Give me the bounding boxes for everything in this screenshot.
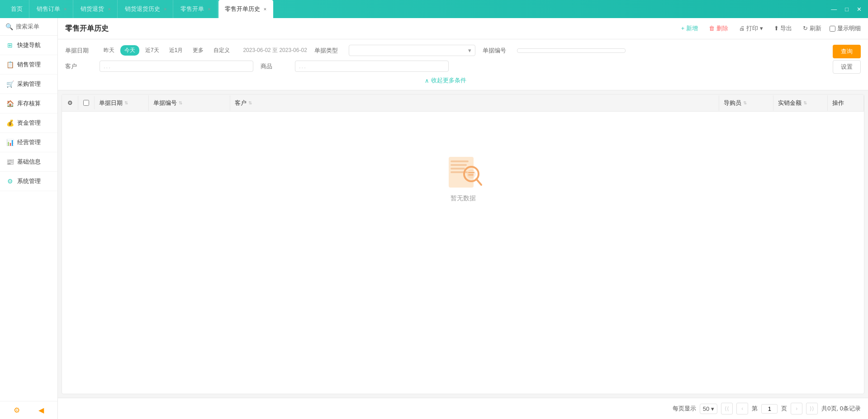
- tab-sales-order-close[interactable]: ×: [64, 6, 66, 12]
- pagination: 每页显示 50 ▾ ⟨⟨ ‹ 第 页 › ⟩⟩ 共0页, 0条记录: [58, 398, 868, 419]
- page-number-input[interactable]: [761, 404, 778, 414]
- collapse-btn[interactable]: ∧ 收起更多条件: [65, 76, 825, 85]
- gear-icon: ⚙: [67, 99, 73, 106]
- tab-retail-open[interactable]: 零售开单 ×: [174, 0, 217, 18]
- last-page-button[interactable]: ⟩⟩: [806, 403, 818, 414]
- svg-point-6: [467, 169, 476, 179]
- add-button[interactable]: + 新增: [678, 23, 701, 34]
- order-no-sort-icon: ⇅: [179, 100, 182, 105]
- sidebar-item-sales-mgmt[interactable]: 📋 销售管理: [0, 55, 57, 75]
- page-size-select[interactable]: 50 ▾: [700, 404, 717, 414]
- customer-label: 客户: [65, 62, 92, 71]
- order-type-chevron-icon: ▾: [468, 47, 471, 54]
- date-range-display: 2023-06-02 至 2023-06-02: [243, 47, 307, 54]
- table-header: ⚙ 单据日期 ⇅ 单据编号 ⇅ 客户 ⇅ 导购员: [62, 94, 864, 112]
- sidebar-item-label: 快捷导航: [17, 41, 41, 49]
- page-of-label: 页: [781, 405, 787, 413]
- tab-sales-return-history-close[interactable]: ×: [164, 6, 166, 12]
- customer-dots: ...: [104, 63, 111, 70]
- tab-retail-open-history-label: 零售开单历史: [225, 5, 260, 13]
- th-date-label: 单据日期: [99, 99, 123, 107]
- next-page-button[interactable]: ›: [791, 403, 802, 414]
- order-type-select[interactable]: ▾: [349, 45, 475, 56]
- tab-sales-order[interactable]: 销售订单 ×: [30, 0, 73, 18]
- sidebar-search[interactable]: 🔍 搜索采单: [0, 18, 57, 36]
- base-info-icon: 📰: [6, 158, 14, 165]
- date-btn-more[interactable]: 更多: [189, 45, 208, 56]
- inventory-icon: 🏠: [6, 100, 14, 107]
- tab-retail-open-history[interactable]: 零售开单历史 ×: [218, 0, 273, 18]
- delete-label: 🗑 删除: [709, 24, 728, 33]
- settings-icon[interactable]: ⚙: [14, 406, 20, 414]
- select-all-checkbox[interactable]: [83, 100, 89, 106]
- tab-retail-open-history-close[interactable]: ×: [264, 6, 266, 12]
- sidebar-item-label: 库存核算: [17, 99, 41, 108]
- th-amount[interactable]: 实销金额 ⇅: [773, 95, 828, 111]
- th-guide[interactable]: 导购员 ⇅: [719, 95, 773, 111]
- max-btn[interactable]: □: [843, 5, 850, 14]
- query-settings-group: 查询 设置: [833, 45, 861, 74]
- tab-retail-open-label: 零售开单: [180, 5, 204, 13]
- th-customer[interactable]: 客户 ⇅: [230, 95, 719, 111]
- product-input[interactable]: ...: [295, 61, 449, 72]
- top-bar: 首页 销售订单 × 销货退货 × 销货退货历史 × 零售开单 × 零售开单历史 …: [0, 0, 868, 18]
- th-check[interactable]: [78, 96, 95, 109]
- export-button[interactable]: ⬆ 导出: [771, 23, 795, 34]
- chevron-up-icon: ∧: [425, 77, 429, 84]
- sidebar-menu: ⊞ 快捷导航 📋 销售管理 🛒 采购管理 🏠 库存核算 💰 资金管理 📊: [0, 36, 57, 401]
- th-gear[interactable]: ⚙: [62, 96, 78, 110]
- svg-rect-3: [451, 168, 465, 169]
- print-button[interactable]: 🖨 打印 ▾: [736, 23, 766, 34]
- sidebar-item-inventory[interactable]: 🏠 库存核算: [0, 94, 57, 113]
- tab-sales-return-history[interactable]: 销货退货历史 ×: [119, 0, 173, 18]
- sidebar: 🔍 搜索采单 ⊞ 快捷导航 📋 销售管理 🛒 采购管理 🏠 库存核算 💰: [0, 18, 58, 419]
- tab-home-label: 首页: [11, 5, 23, 13]
- date-btn-custom[interactable]: 自定义: [209, 45, 234, 56]
- empty-illustration: [441, 148, 486, 194]
- refresh-button[interactable]: ↻ 刷新: [800, 23, 824, 34]
- sidebar-item-finance[interactable]: 💰 资金管理: [0, 113, 57, 133]
- tab-retail-open-close[interactable]: ×: [208, 6, 210, 12]
- sidebar-item-base-info[interactable]: 📰 基础信息: [0, 152, 57, 172]
- sidebar-item-quick-nav[interactable]: ⊞ 快捷导航: [0, 36, 57, 55]
- date-btn-1month[interactable]: 近1月: [165, 45, 187, 56]
- query-button[interactable]: 查询: [833, 45, 861, 58]
- first-page-button[interactable]: ⟨⟨: [721, 403, 733, 414]
- sidebar-item-operations[interactable]: 📊 经营管理: [0, 133, 57, 152]
- sidebar-item-purchase-mgmt[interactable]: 🛒 采购管理: [0, 75, 57, 94]
- prev-page-button[interactable]: ‹: [736, 403, 748, 414]
- guide-sort-icon: ⇅: [743, 100, 747, 105]
- sidebar-bottom: ⚙ ◀: [0, 401, 57, 419]
- export-label: ⬆ 导出: [774, 24, 792, 33]
- page-header: 零售开单历史 + 新增 🗑 删除 🖨 打印 ▾ ⬆ 导出 ↻ 刷新: [58, 18, 868, 39]
- th-date[interactable]: 单据日期 ⇅: [95, 95, 149, 111]
- total-info: 共0页, 0条记录: [821, 405, 861, 413]
- tab-sales-return-close[interactable]: ×: [108, 6, 110, 12]
- settings-button[interactable]: 设置: [833, 60, 861, 74]
- svg-rect-2: [451, 164, 467, 166]
- tab-sales-return[interactable]: 销货退货 ×: [74, 0, 117, 18]
- sidebar-item-sys-mgmt[interactable]: ⚙ 系统管理: [0, 172, 57, 191]
- svg-line-7: [476, 179, 481, 185]
- tab-home[interactable]: 首页: [5, 0, 29, 18]
- show-details-checkbox[interactable]: 显示明细: [830, 24, 861, 33]
- page-size-label: 每页显示: [673, 405, 696, 413]
- main-layout: 🔍 搜索采单 ⊞ 快捷导航 📋 销售管理 🛒 采购管理 🏠 库存核算 💰: [0, 18, 868, 419]
- customer-input[interactable]: ...: [100, 61, 253, 72]
- th-action-label: 操作: [832, 99, 844, 107]
- date-btn-7days[interactable]: 近7天: [141, 45, 163, 56]
- min-btn[interactable]: —: [829, 5, 839, 14]
- date-btn-today[interactable]: 今天: [120, 45, 139, 56]
- delete-button[interactable]: 🗑 删除: [706, 23, 731, 34]
- amount-sort-icon: ⇅: [803, 100, 807, 105]
- order-no-input[interactable]: [517, 48, 626, 53]
- collapse-sidebar-icon[interactable]: ◀: [38, 406, 44, 414]
- page-size-chevron-icon: ▾: [711, 405, 714, 412]
- th-order-no[interactable]: 单据编号 ⇅: [149, 95, 230, 111]
- show-details-label: 显示明细: [837, 24, 861, 33]
- filter-row-2: 客户 ... 商品 ...: [65, 61, 825, 72]
- close-btn[interactable]: ✕: [855, 5, 863, 14]
- main-content: 零售开单历史 + 新增 🗑 删除 🖨 打印 ▾ ⬆ 导出 ↻ 刷新: [58, 18, 868, 419]
- show-details-input[interactable]: [830, 26, 835, 32]
- date-btn-yesterday[interactable]: 昨天: [100, 45, 119, 56]
